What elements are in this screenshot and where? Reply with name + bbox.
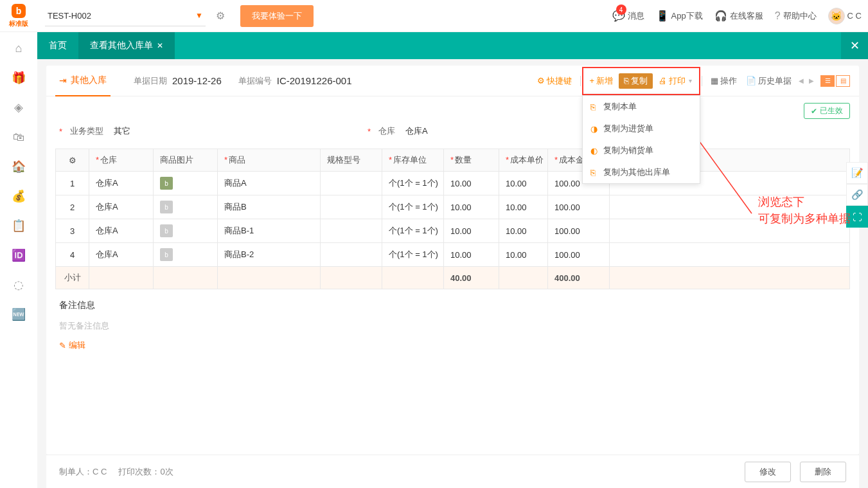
chevron-down-icon: ▼: [195, 11, 203, 20]
try-button[interactable]: 我要体验一下: [240, 5, 314, 27]
delete-button[interactable]: 删除: [800, 462, 846, 482]
row-index: 4: [56, 243, 89, 267]
right-float-tools: 📝 🔗 ⛶: [846, 162, 868, 228]
date-value: 2019-12-26: [172, 75, 222, 86]
phone-icon: 📱: [656, 10, 669, 22]
col-wh: *仓库: [89, 149, 154, 172]
shortcut-button[interactable]: ⚙快捷键: [534, 73, 575, 89]
table-row[interactable]: 3仓库Ab商品B-1个(1个 = 1个)10.0010.00100.00: [56, 219, 850, 243]
print-button[interactable]: 🖨打印▾: [655, 73, 696, 89]
edit-icon: ✎: [59, 341, 66, 350]
tab-active[interactable]: 查看其他入库单 ✕: [78, 32, 175, 59]
copy-button[interactable]: ⎘复制: [619, 73, 653, 89]
nav-id-icon[interactable]: 🆔: [12, 248, 26, 262]
user-menu[interactable]: 🐱 C C: [828, 8, 862, 24]
product-image-icon: b: [160, 248, 173, 261]
table-row[interactable]: 1仓库Ab商品A个(1个 = 1个)10.0010.00100.00: [56, 172, 850, 195]
row-qty: 10.00: [444, 172, 499, 195]
nav-house-icon[interactable]: 🏠: [12, 159, 26, 174]
row-wh: 仓库A: [89, 172, 154, 195]
modify-button[interactable]: 修改: [745, 462, 791, 482]
view-grid-icon[interactable]: ▤: [836, 75, 850, 87]
col-prod: *商品: [218, 149, 321, 172]
remark-title: 备注信息: [59, 300, 846, 311]
org-select[interactable]: TEST-H002 ▼: [45, 6, 206, 26]
table-header: ⚙ *仓库 商品图片 *商品 规格型号 *库存单位 *数量 *成本单价 *成本金…: [56, 149, 850, 172]
nav-home-icon[interactable]: ⌂: [12, 41, 26, 55]
nav-bag-icon[interactable]: 🛍: [12, 130, 26, 144]
app-label: App下载: [671, 10, 703, 22]
table-row[interactable]: 2仓库Ab商品B个(1个 = 1个)10.0010.00100.00: [56, 195, 850, 219]
row-img: b: [154, 243, 218, 267]
float-link-icon[interactable]: 🔗: [846, 184, 868, 206]
dd-copy-in-label: 复制为进货单: [603, 123, 653, 134]
close-all-tabs[interactable]: ✕: [841, 32, 868, 59]
view-list-icon[interactable]: ☰: [820, 75, 835, 87]
logo[interactable]: b 标准版: [0, 4, 37, 28]
messages-link[interactable]: 💬 4 消息: [612, 10, 644, 22]
status-area: ✔已生效: [46, 96, 859, 119]
history-button[interactable]: 📄历史单据: [743, 73, 795, 89]
chevron-left-icon[interactable]: ◀: [797, 77, 805, 84]
table-wrap: ⚙ *仓库 商品图片 *商品 规格型号 *库存单位 *数量 *成本单价 *成本金…: [46, 149, 859, 289]
row-unit: 个(1个 = 1个): [382, 195, 444, 219]
row-price: 10.00: [499, 243, 548, 267]
customer-service-link[interactable]: 🎧 在线客服: [714, 10, 763, 22]
row-amt: 100.00: [548, 243, 610, 267]
dd-copy-in[interactable]: ◑复制为进货单: [583, 118, 700, 140]
col-gear[interactable]: ⚙: [56, 149, 89, 172]
col-unit-label: 库存单位: [393, 155, 427, 165]
dd-copy-this[interactable]: ⎘复制本单: [583, 96, 700, 118]
row-spec: [321, 243, 382, 267]
view-toggle: ☰ ▤: [820, 75, 850, 87]
nav-clipboard-icon[interactable]: 📋: [12, 219, 26, 233]
separator: [580, 76, 581, 86]
copy-icon: ⎘: [624, 76, 629, 86]
float-expand-icon[interactable]: ⛶: [846, 206, 868, 228]
status-badge: ✔已生效: [804, 103, 850, 119]
user-name: C C: [847, 11, 862, 21]
dd-copy-out[interactable]: ⎘复制为其他出库单: [583, 161, 700, 183]
no-value: IC-20191226-001: [277, 75, 352, 86]
chevron-right-icon[interactable]: ▶: [808, 77, 815, 84]
nav-money-icon[interactable]: 💰: [12, 189, 26, 203]
row-prod: 商品B-1: [218, 219, 321, 243]
inbound-icon: ◑: [590, 124, 599, 134]
row-avail: [610, 243, 850, 267]
chevron-down-icon: ▾: [687, 77, 693, 84]
table-row[interactable]: 4仓库Ab商品B-2个(1个 = 1个)10.0010.00100.00: [56, 243, 850, 267]
message-badge: 4: [616, 5, 626, 15]
avatar-icon: 🐱: [828, 8, 845, 24]
col-qty-label: 数量: [455, 155, 472, 165]
ops-button[interactable]: ▦操作: [707, 73, 740, 89]
close-icon[interactable]: ✕: [157, 41, 163, 50]
new-label: 新增: [596, 75, 613, 87]
print-icon: 🖨: [659, 76, 667, 86]
card-title: 其他入库: [71, 75, 107, 86]
dd-copy-sale-label: 复制为销货单: [603, 145, 653, 156]
help-link[interactable]: ? 帮助中心: [775, 10, 817, 22]
help-label: 帮助中心: [783, 10, 817, 22]
nav-new-icon[interactable]: 🆕: [12, 307, 26, 321]
tab-home[interactable]: 首页: [37, 32, 78, 59]
row-qty: 10.00: [444, 195, 499, 219]
edit-remark-link[interactable]: ✎编辑: [59, 339, 846, 351]
print-label: 打印: [669, 75, 686, 87]
app-download-link[interactable]: 📱 App下载: [656, 10, 703, 22]
nav-gift-icon[interactable]: 🎁: [12, 71, 26, 85]
ops-label: 操作: [720, 75, 737, 87]
card-tab[interactable]: ⇥ 其他入库: [55, 66, 111, 96]
card-header: ⇥ 其他入库 单据日期 2019-12-26 单据编号 IC-20191226-…: [46, 66, 859, 96]
dd-copy-sale[interactable]: ◐复制为销货单: [583, 140, 700, 161]
col-unit: *库存单位: [382, 149, 444, 172]
row-wh: 仓库A: [89, 219, 154, 243]
remark-empty: 暂无备注信息: [59, 320, 846, 332]
items-table: ⚙ *仓库 商品图片 *商品 规格型号 *库存单位 *数量 *成本单价 *成本金…: [55, 149, 850, 289]
gear-icon[interactable]: ⚙: [216, 10, 225, 22]
nav-diamond-icon[interactable]: ◈: [12, 100, 26, 114]
new-button[interactable]: +新增: [586, 73, 616, 89]
float-note-icon[interactable]: 📝: [846, 162, 868, 184]
row-wh: 仓库A: [89, 243, 154, 267]
product-image-icon: b: [160, 177, 173, 190]
nav-ring-icon[interactable]: ◌: [12, 278, 26, 292]
